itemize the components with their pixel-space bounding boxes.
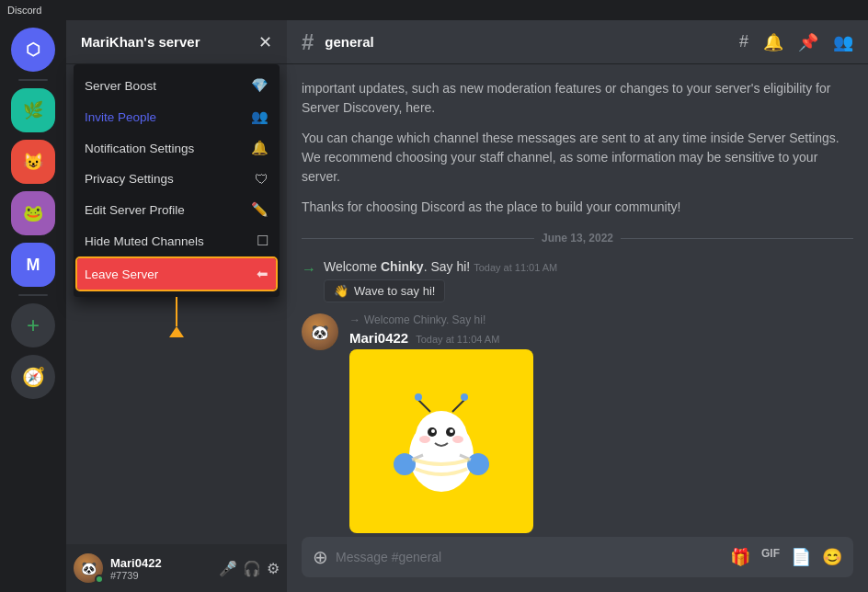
msg-avatar-mari0422: 🐼 (302, 313, 338, 350)
menu-label-privacy-settings: Privacy Settings (85, 172, 174, 186)
server-icon-marikhan[interactable]: M (11, 243, 55, 287)
menu-item-server-boost[interactable]: Server Boost 💎 (74, 70, 280, 101)
message-input[interactable]: Message #general (336, 550, 723, 564)
username-display: Mari0422 (110, 556, 211, 570)
date-divider: June 13, 2022 (302, 232, 853, 245)
welcome-content-1: Welcome Chinky. Say hi! Today at 11:01 A… (324, 259, 557, 302)
date-divider-text: June 13, 2022 (542, 232, 613, 245)
titlebar-text: Discord (7, 5, 41, 16)
gift-icon[interactable]: 🎁 (730, 547, 750, 567)
channel-hash-icon: # (302, 29, 314, 55)
divider-line-left (302, 238, 534, 239)
msg-header-mari0422: Mari0422 Today at 11:04 AM (349, 330, 853, 346)
menu-item-edit-server-profile[interactable]: Edit Server Profile ✏️ (74, 194, 280, 225)
members-icon[interactable]: 👥 (833, 32, 853, 52)
server-icon-1[interactable]: 🌿 (11, 88, 55, 132)
user-area: 🐼 Mari0422 #7739 🎤 🎧 ⚙ (66, 544, 287, 592)
welcome-username-1: Chinky (381, 259, 424, 274)
server-icon-2[interactable]: 😺 (11, 140, 55, 184)
arrow-head (169, 326, 184, 337)
server-header[interactable]: MariKhan's server ✕ (66, 20, 287, 64)
wave-button[interactable]: 👋 Wave to say hi! (324, 279, 445, 302)
mute-button[interactable]: 🎤 (219, 560, 237, 577)
user-avatar-emoji: 🐼 (81, 561, 97, 575)
menu-item-leave-server[interactable]: Leave Server ⬅ (77, 258, 276, 290)
svg-point-7 (452, 436, 463, 443)
add-icon: + (27, 313, 40, 338)
msg-timestamp-mari0422: Today at 11:04 AM (416, 334, 499, 345)
hide-muted-icon: ☐ (257, 233, 268, 249)
menu-item-notification-settings[interactable]: Notification Settings 🔔 (74, 132, 280, 164)
pin-icon[interactable]: 📌 (798, 32, 818, 52)
divider-line-right (621, 238, 853, 239)
server-1-icon: 🌿 (23, 100, 43, 120)
titlebar: Discord (0, 0, 868, 20)
notification-bell-icon[interactable]: 🔔 (763, 32, 783, 52)
notification-icon: 🔔 (251, 140, 268, 156)
welcome-message-1: → Welcome Chinky. Say hi! Today at 11:01… (302, 259, 853, 302)
chat-input-icons: 🎁 GIF 📄 😊 (730, 547, 842, 567)
home-icon: ⬡ (26, 40, 40, 60)
main-content: # general # 🔔 📌 👥 important updates, suc… (287, 20, 868, 592)
emoji-icon[interactable]: 😊 (822, 547, 842, 567)
explore-icon: 🧭 (22, 366, 45, 388)
attachment-icon[interactable]: 📄 (791, 547, 811, 567)
server-divider-2 (18, 294, 48, 296)
explore-button[interactable]: 🧭 (11, 355, 55, 399)
chat-input-area: ⊕ Message #general 🎁 GIF 📄 😊 (287, 537, 868, 592)
server-2-icon: 😺 (23, 152, 43, 172)
server-icon-3[interactable]: 🐸 (11, 191, 55, 235)
menu-item-hide-muted-channels[interactable]: Hide Muted Channels ☐ (74, 225, 280, 256)
bee-sticker-svg (368, 368, 515, 515)
svg-point-5 (450, 429, 453, 433)
server-divider (18, 79, 48, 81)
svg-line-10 (452, 400, 464, 412)
server-name: MariKhan's server (81, 34, 200, 50)
menu-label-edit-server-profile: Edit Server Profile (85, 203, 185, 217)
user-controls: 🎤 🎧 ⚙ (219, 560, 280, 577)
svg-point-9 (415, 393, 422, 401)
welcome-text-1: Welcome Chinky. Say hi! Today at 11:01 A… (324, 259, 557, 274)
svg-point-11 (461, 393, 468, 401)
system-text-3: Thanks for choosing Discord as the place… (302, 198, 853, 217)
user-settings-button[interactable]: ⚙ (267, 560, 280, 577)
welcome-arrow-1: → (302, 261, 316, 278)
marikhan-icon: M (27, 256, 40, 275)
menu-item-privacy-settings[interactable]: Privacy Settings 🛡 (74, 164, 280, 194)
app-layout: ⬡ 🌿 😺 🐸 M + 🧭 MariKhan's server ✕ (0, 20, 868, 592)
menu-label-invite-people: Invite People (85, 110, 156, 124)
menu-label-hide-muted-channels: Hide Muted Channels (85, 234, 204, 248)
user-info: Mari0422 #7739 (110, 556, 211, 581)
svg-point-6 (419, 436, 430, 443)
attach-button[interactable]: ⊕ (313, 546, 328, 568)
gif-icon[interactable]: GIF (761, 547, 780, 567)
channel-title: general (325, 34, 373, 50)
msg-username-mari0422: Mari0422 (349, 330, 408, 346)
welcome-timestamp-1: Today at 11:01 AM (474, 262, 557, 273)
msg-content-mari0422: → Welcome Chinky. Say hi! Mari0422 Today… (349, 313, 853, 533)
wave-emoji: 👋 (334, 284, 348, 298)
menu-item-invite-people[interactable]: Invite People 👥 (74, 101, 280, 132)
msg-reply: → Welcome Chinky. Say hi! (349, 313, 853, 326)
menu-label-server-boost: Server Boost (85, 79, 156, 93)
user-avatar: 🐼 (74, 553, 103, 583)
messages-area[interactable]: important updates, such as new moderatio… (287, 64, 868, 537)
svg-point-4 (431, 429, 435, 433)
edit-icon: ✏️ (251, 201, 268, 218)
reply-text: Welcome Chinky. Say hi! (364, 313, 485, 326)
svg-point-12 (394, 453, 416, 475)
server-icon-home[interactable]: ⬡ (11, 28, 55, 72)
server-sidebar: ⬡ 🌿 😺 🐸 M + 🧭 (0, 20, 66, 592)
leave-icon: ⬅ (257, 266, 268, 282)
add-server-button[interactable]: + (11, 303, 55, 347)
user-tag-display: #7739 (110, 570, 211, 581)
close-button[interactable]: ✕ (258, 32, 272, 52)
privacy-icon: 🛡 (255, 171, 268, 187)
hashtag-icon[interactable]: # (739, 32, 748, 52)
invite-icon: 👥 (251, 108, 268, 125)
deafen-button[interactable]: 🎧 (243, 560, 261, 577)
svg-line-8 (418, 400, 430, 412)
system-text-1: important updates, such as new moderatio… (302, 79, 853, 118)
menu-label-notification-settings: Notification Settings (85, 142, 194, 155)
arrow-indicator (169, 297, 184, 337)
